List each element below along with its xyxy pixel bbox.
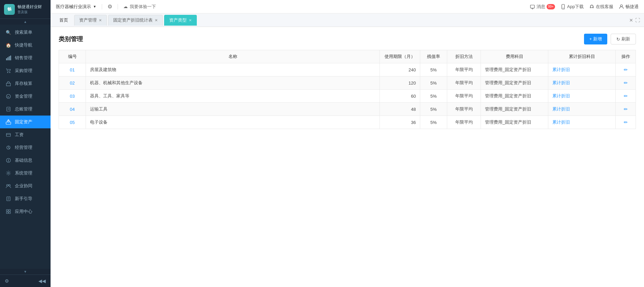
new-button[interactable]: + 新增	[584, 34, 607, 44]
edit-icon[interactable]: ✏	[624, 67, 628, 72]
sidebar-item-label: 固定资产	[15, 119, 32, 125]
cell-action[interactable]: ✏	[616, 116, 636, 129]
tab-depreciation[interactable]: 固定资产折旧统计表 ✕	[108, 15, 163, 26]
customer-service-button[interactable]: 在线客服	[589, 4, 613, 10]
sidebar-nav: 🔍 搜索菜单 🏠 快捷导航 销售管理 采购管理 库存核算	[0, 25, 51, 269]
cell-months: 120	[380, 76, 420, 90]
sidebar-item-guide[interactable]: 新手引导	[0, 192, 51, 205]
edit-icon[interactable]: ✏	[624, 80, 628, 86]
tab-asset-mgmt-close[interactable]: ✕	[99, 18, 102, 23]
messages-label: 消息	[536, 4, 545, 10]
edit-icon[interactable]: ✏	[624, 106, 628, 112]
payroll-icon	[5, 132, 11, 138]
refresh-button[interactable]: ↻ 刷新	[611, 34, 636, 44]
sidebar-item-system[interactable]: 系统管理	[0, 167, 51, 180]
messages-button[interactable]: 消息 99+	[530, 4, 555, 10]
system-icon	[5, 170, 11, 176]
svg-text:¥: ¥	[7, 95, 9, 98]
sidebar-item-basic-info[interactable]: 基础信息	[0, 154, 51, 167]
topbar-divider2	[118, 4, 118, 9]
tab-depreciation-close[interactable]: ✕	[155, 18, 158, 23]
cell-accum: 累计折旧	[548, 116, 616, 129]
sidebar-item-capital[interactable]: ¥ 资金管理	[0, 90, 51, 103]
purchase-icon	[5, 68, 11, 74]
sidebar-item-label: 资金管理	[15, 93, 32, 99]
sidebar-item-app-center[interactable]: 应用中心	[0, 205, 51, 218]
cell-action[interactable]: ✏	[616, 103, 636, 116]
window-maximize-button[interactable]: ⛶	[635, 18, 640, 23]
sidebar-item-operations[interactable]: 经营管理	[0, 141, 51, 154]
svg-rect-15	[6, 133, 10, 136]
sidebar-item-payroll[interactable]: 工资	[0, 128, 51, 141]
cell-name: 机器、机械和其他生产设备	[86, 76, 380, 90]
app-logo: 畅 畅捷通好业财 普及版	[0, 0, 51, 19]
tab-asset-mgmt[interactable]: 资产管理 ✕	[74, 15, 107, 26]
cell-months: 60	[380, 90, 420, 103]
tab-asset-type-close[interactable]: ✕	[189, 18, 192, 23]
settings-button[interactable]: ⚙	[108, 3, 112, 10]
sidebar-item-label: 经营管理	[15, 145, 32, 151]
sidebar-item-ledger[interactable]: 总账管理	[0, 103, 51, 116]
operations-icon	[5, 145, 11, 151]
cell-months: 240	[380, 63, 420, 76]
search-icon: 🔍	[5, 29, 11, 35]
app-selector[interactable]: 医疗器械行业演示 ▼	[56, 4, 96, 10]
collapse-icon[interactable]: ◀◀	[38, 278, 46, 284]
dropdown-icon: ▼	[93, 5, 96, 8]
logo-icon: 畅	[4, 4, 15, 15]
refresh-icon: ↻	[616, 37, 620, 42]
headset-icon	[589, 4, 594, 9]
svg-point-38	[620, 5, 622, 7]
app-download-label: App下载	[567, 4, 584, 10]
sidebar-item-inventory[interactable]: 库存核算	[0, 77, 51, 90]
category-table: 编号 名称 使用期限（月） 残值率 折旧方法 费用科目 累计折旧科目 操作 01…	[59, 50, 636, 129]
table-row: 03 器具、工具、家具等 60 5% 年限平均 管理费用_固定资产折旧 累计折旧…	[59, 90, 636, 103]
page-header: 类别管理 + 新增 ↻ 刷新	[59, 34, 636, 44]
window-controls: ✕ ⛶	[629, 18, 640, 23]
sidebar-item-quick-nav[interactable]: 🏠 快捷导航	[0, 39, 51, 52]
cell-accum: 累计折旧	[548, 90, 616, 103]
cell-code: 01	[59, 63, 86, 76]
col-header-name: 名称	[86, 50, 380, 63]
cell-accum: 累计折旧	[548, 63, 616, 76]
cell-action[interactable]: ✏	[616, 90, 636, 103]
sidebar-item-purchase[interactable]: 采购管理	[0, 64, 51, 77]
table-row: 02 机器、机械和其他生产设备 120 5% 年限平均 管理费用_固定资产折旧 …	[59, 76, 636, 90]
sidebar-item-cooperation[interactable]: 企业协同	[0, 180, 51, 192]
sidebar-item-label: 销售管理	[15, 55, 32, 61]
cell-action[interactable]: ✏	[616, 63, 636, 76]
sidebar-item-sales[interactable]: 销售管理	[0, 52, 51, 64]
sidebar-item-label: 总账管理	[15, 106, 32, 112]
cell-code: 04	[59, 103, 86, 116]
sidebar-item-fixed-assets[interactable]: 固定资产	[0, 116, 51, 128]
cell-code: 05	[59, 116, 86, 129]
app-version: 普及版	[18, 10, 42, 14]
window-close-button[interactable]: ✕	[629, 18, 633, 23]
sidebar-item-label: 应用中心	[15, 209, 32, 215]
page-content: 类别管理 + 新增 ↻ 刷新 编号 名称 使用期限（月） 残值率 折旧方法 费用…	[51, 27, 644, 287]
experience-label: 我要体验一下	[130, 4, 156, 10]
svg-point-22	[7, 185, 8, 186]
cell-accum: 累计折旧	[548, 103, 616, 116]
tab-home[interactable]: 首页	[55, 15, 73, 26]
sidebar-item-search-menu[interactable]: 🔍 搜索菜单	[0, 26, 51, 39]
message-icon	[530, 4, 535, 9]
edit-icon[interactable]: ✏	[624, 120, 628, 125]
app-name: 畅捷通好业财	[18, 4, 42, 10]
svg-point-23	[9, 185, 10, 186]
inventory-icon	[5, 81, 11, 87]
cell-method: 年限平均	[447, 90, 481, 103]
app-download-button[interactable]: App下载	[560, 4, 584, 10]
svg-rect-30	[6, 212, 8, 214]
cell-action[interactable]: ✏	[616, 76, 636, 90]
basic-info-icon	[5, 157, 11, 163]
page-title: 类别管理	[59, 35, 83, 43]
settings-icon[interactable]: ⚙	[5, 278, 9, 284]
experience-button[interactable]: ☁ 我要体验一下	[123, 4, 156, 10]
user-button[interactable]: 畅捷通	[619, 4, 639, 10]
cell-method: 年限平均	[447, 76, 481, 90]
col-header-residual: 残值率	[420, 50, 447, 63]
topbar: 医疗器械行业演示 ▼ ⚙ ☁ 我要体验一下 消息 99+ App下载 在线客服	[51, 0, 644, 13]
edit-icon[interactable]: ✏	[624, 93, 628, 99]
tab-asset-type[interactable]: 资产类型 ✕	[164, 15, 197, 26]
